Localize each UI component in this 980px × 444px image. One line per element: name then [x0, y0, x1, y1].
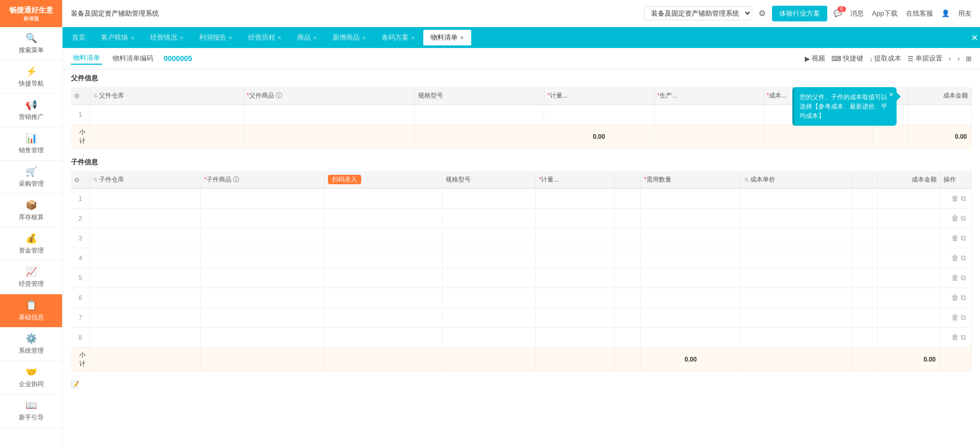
child-row-3-warehouse[interactable] — [90, 229, 201, 248]
parent-row-1-goods[interactable] — [243, 105, 415, 125]
sidebar-item-3[interactable]: 📊 销售管理 — [0, 127, 62, 161]
child-row-1-spec[interactable] — [442, 189, 535, 209]
sub-tab-bill[interactable]: 物料清单 — [71, 52, 102, 65]
child-row-7-qty[interactable] — [641, 308, 741, 328]
nav-tab-1[interactable]: 客户联络 ✕ — [94, 30, 142, 45]
child-row-5-warehouse[interactable] — [90, 268, 201, 288]
child-row-5-copy[interactable]: ⧉ — [961, 273, 966, 282]
child-row-2-qty[interactable] — [641, 209, 741, 229]
parent-row-1-spec[interactable] — [415, 105, 544, 125]
message-icon[interactable]: 💬 6 — [834, 9, 842, 17]
nav-tab-4[interactable]: 经营历程 ✕ — [241, 30, 289, 45]
child-row-4-warehouse[interactable] — [90, 248, 201, 268]
child-row-6-delete[interactable]: 🗑 — [951, 293, 959, 302]
sub-tab-code[interactable]: 物料清单编码 — [111, 53, 155, 64]
child-row-1-warehouse[interactable] — [90, 189, 201, 209]
child-row-7-measure[interactable] — [535, 308, 615, 328]
child-row-4-unit-cost[interactable] — [741, 248, 851, 268]
nav-tab-close-6[interactable]: ✕ — [362, 35, 366, 41]
child-row-3-delete[interactable]: 🗑 — [951, 234, 959, 243]
child-row-1-measure[interactable] — [535, 189, 615, 209]
child-row-6-unit-cost[interactable] — [741, 288, 851, 308]
nav-tab-close-3[interactable]: ✕ — [228, 35, 232, 41]
child-row-5-delete[interactable]: 🗑 — [951, 273, 959, 282]
child-row-3-unit-cost[interactable] — [741, 229, 851, 248]
nav-tab-close-8[interactable]: ✕ — [460, 35, 464, 41]
child-row-2-copy[interactable]: ⧉ — [961, 214, 966, 223]
child-col-settings[interactable]: ⚙ — [71, 171, 90, 189]
child-row-5-measure[interactable] — [535, 268, 615, 288]
child-row-4-qty[interactable] — [641, 248, 741, 268]
single-settings-action[interactable]: ☰ 单据设置 — [908, 54, 942, 63]
child-row-5-goods[interactable] — [201, 268, 325, 288]
nav-tab-7[interactable]: 条码方案 ✕ — [374, 30, 422, 45]
child-row-5-qty[interactable] — [641, 268, 741, 288]
child-row-7-copy[interactable]: ⧉ — [961, 313, 966, 322]
child-row-6-spec[interactable] — [442, 288, 535, 308]
child-row-2-delete[interactable]: 🗑 — [951, 214, 959, 223]
child-row-6-measure[interactable] — [535, 288, 615, 308]
child-row-6-goods[interactable] — [201, 288, 325, 308]
system-selector[interactable]: 装备及固定资产辅助管理系统 — [644, 6, 752, 20]
parent-col-settings[interactable]: ⚙ — [71, 87, 90, 105]
child-row-5-spec[interactable] — [442, 268, 535, 288]
nav-tab-6[interactable]: 新增商品 ✕ — [325, 30, 373, 45]
parent-row-1-production[interactable] — [654, 105, 763, 125]
parent-row-1-measure[interactable] — [544, 105, 654, 125]
child-row-3-spec[interactable] — [442, 229, 535, 248]
child-row-3-goods[interactable] — [201, 229, 325, 248]
child-row-8-measure[interactable] — [535, 328, 615, 347]
child-row-1-delete[interactable]: 🗑 — [951, 194, 959, 203]
child-row-3-measure[interactable] — [535, 229, 615, 248]
sidebar-item-11[interactable]: 📖 新手引导 — [0, 394, 62, 428]
nav-tab-close-1[interactable]: ✕ — [130, 35, 134, 41]
shortcut-action[interactable]: ⌨ 快捷键 — [831, 54, 863, 63]
nav-tab-3[interactable]: 利润报告 ✕ — [192, 30, 240, 45]
nav-next[interactable]: › — [958, 55, 960, 63]
child-row-7-unit-cost[interactable] — [741, 308, 851, 328]
child-row-2-unit-cost[interactable] — [741, 209, 851, 229]
nav-tab-8[interactable]: 物料清单 ✕ — [423, 30, 471, 45]
child-row-1-unit-cost[interactable] — [741, 189, 851, 209]
child-row-4-spec[interactable] — [442, 248, 535, 268]
trial-button[interactable]: 体验行业方案 — [772, 6, 827, 21]
child-row-7-delete[interactable]: 🗑 — [951, 313, 959, 322]
child-row-8-warehouse[interactable] — [90, 328, 201, 347]
sidebar-item-5[interactable]: 📦 库存核算 — [0, 194, 62, 227]
child-row-4-delete[interactable]: 🗑 — [951, 254, 959, 262]
sidebar-item-0[interactable]: 🔍 搜索菜单 — [0, 27, 62, 61]
nav-tab-close-4[interactable]: ✕ — [277, 35, 281, 41]
sidebar-item-9[interactable]: ⚙️ 系统管理 — [0, 328, 62, 361]
child-row-3-qty[interactable] — [641, 229, 741, 248]
child-row-6-qty[interactable] — [641, 288, 741, 308]
child-row-6-warehouse[interactable] — [90, 288, 201, 308]
nav-tab-5[interactable]: 商品 ✕ — [290, 30, 324, 45]
child-row-2-warehouse[interactable] — [90, 209, 201, 229]
child-row-4-goods[interactable] — [201, 248, 325, 268]
child-row-8-qty[interactable] — [641, 328, 741, 347]
child-row-8-unit-cost[interactable] — [741, 328, 851, 347]
child-row-8-goods[interactable] — [201, 328, 325, 347]
sidebar-item-4[interactable]: 🛒 采购管理 — [0, 161, 62, 194]
child-row-7-spec[interactable] — [442, 308, 535, 328]
nav-tab-0[interactable]: 首页 — [65, 30, 93, 45]
child-row-1-copy[interactable]: ⧉ — [961, 194, 966, 203]
sidebar-item-10[interactable]: 🤝 企业协同 — [0, 361, 62, 394]
online-service[interactable]: 在线客服 — [906, 9, 933, 18]
child-row-4-copy[interactable]: ⧉ — [961, 254, 966, 262]
tooltip-close-btn[interactable]: × — [889, 89, 893, 100]
child-row-4-measure[interactable] — [535, 248, 615, 268]
expand-icon[interactable]: ⊞ — [966, 55, 972, 63]
sidebar-item-8[interactable]: 📋 基础信息 — [0, 294, 62, 328]
view-action[interactable]: ▶ 视频 — [805, 54, 825, 63]
nav-tab-close-5[interactable]: ✕ — [313, 35, 317, 41]
child-row-8-copy[interactable]: ⧉ — [961, 333, 966, 342]
child-col-qr[interactable]: 扫码录入 — [324, 171, 442, 189]
sidebar-item-1[interactable]: ⚡ 快捷导航 — [0, 61, 62, 94]
sidebar-item-7[interactable]: 📈 经营管理 — [0, 261, 62, 294]
child-row-1-qty[interactable] — [641, 189, 741, 209]
nav-tab-close-7[interactable]: ✕ — [411, 35, 415, 41]
parent-row-1-warehouse[interactable] — [90, 105, 243, 125]
child-row-7-goods[interactable] — [201, 308, 325, 328]
nav-tab-close-2[interactable]: ✕ — [179, 35, 183, 41]
